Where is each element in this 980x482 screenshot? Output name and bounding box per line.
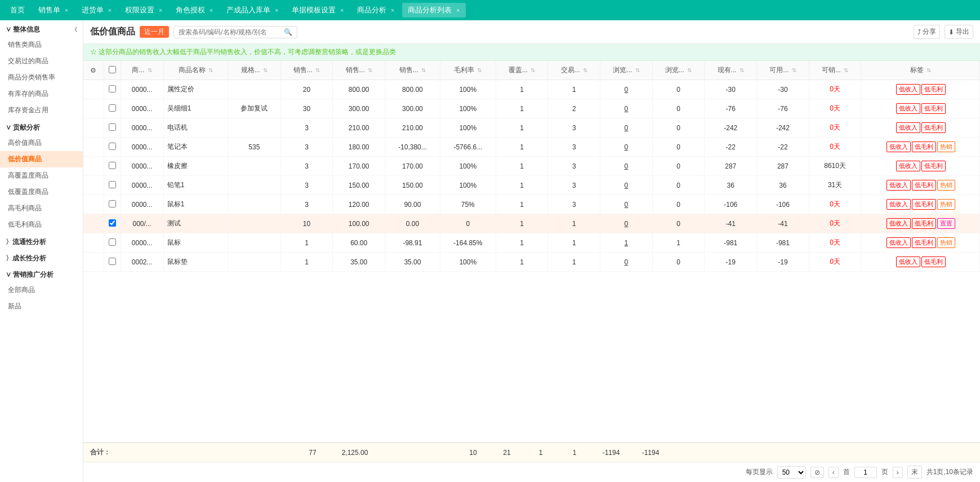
- col-spec-cell: [228, 80, 281, 99]
- nav-template-close[interactable]: ×: [340, 7, 344, 14]
- col-checkbox-cell[interactable]: [104, 138, 121, 157]
- browse1-link[interactable]: 0: [625, 86, 629, 94]
- first-page-btn[interactable]: ⊘: [810, 467, 824, 478]
- select-all-checkbox[interactable]: [109, 66, 116, 73]
- sidebar-item-all-products[interactable]: 全部商品: [0, 282, 83, 298]
- nav-permissions-close[interactable]: ×: [159, 7, 162, 14]
- browse1-link[interactable]: 0: [625, 143, 629, 151]
- col-settings[interactable]: ⚙: [83, 61, 104, 80]
- row-checkbox-0[interactable]: [109, 85, 116, 92]
- share-btn[interactable]: ⤴ 分享: [914, 25, 940, 39]
- nav-template[interactable]: 单据模板设置 ×: [286, 3, 349, 17]
- col-browse1-cell[interactable]: 0: [600, 138, 653, 157]
- filter-period-btn[interactable]: 近一月: [140, 26, 169, 38]
- per-page-select[interactable]: 50 100 200: [777, 466, 806, 479]
- nav-stock-in-close[interactable]: ×: [275, 7, 278, 14]
- browse1-link[interactable]: 0: [625, 201, 629, 209]
- browse1-link[interactable]: 0: [625, 258, 629, 266]
- sidebar-item-new-products[interactable]: 新品: [0, 298, 83, 315]
- col-checkbox-cell[interactable]: [104, 233, 121, 253]
- nav-stock-in[interactable]: 产成品入库单 ×: [221, 3, 284, 17]
- sidebar-item-sales-products[interactable]: 销售类商品: [0, 37, 83, 53]
- browse1-link[interactable]: 0: [625, 162, 629, 170]
- export-btn[interactable]: ⬇ 导出: [945, 25, 973, 39]
- col-checkbox-cell[interactable]: [104, 157, 121, 176]
- notice-icon: ☆: [90, 48, 97, 56]
- sidebar-item-high-margin[interactable]: 高毛利商品: [0, 200, 83, 216]
- row-checkbox-6[interactable]: [109, 200, 116, 207]
- row-checkbox-2[interactable]: [109, 123, 116, 131]
- nav-sales[interactable]: 销售单 ×: [33, 3, 74, 17]
- sidebar-group-marketing[interactable]: ∨ 营销推广分析: [0, 266, 83, 282]
- sidebar-item-low-value[interactable]: 低价值商品: [0, 151, 83, 167]
- col-browse1-cell[interactable]: 0: [600, 99, 653, 118]
- sidebar-group-contribution[interactable]: ∨ 贡献分析: [0, 118, 83, 135]
- sidebar-group-growth[interactable]: 〉成长性分析: [0, 249, 83, 266]
- nav-product-analysis[interactable]: 商品分析 ×: [351, 3, 400, 17]
- browse1-link[interactable]: 0: [625, 124, 629, 132]
- row-checkbox-5[interactable]: [109, 181, 116, 188]
- nav-product-analysis-list-close[interactable]: ×: [456, 7, 460, 14]
- row-checkbox-1[interactable]: [109, 104, 116, 112]
- sidebar-group-marketing-label: ∨ 营销推广分析: [6, 270, 54, 280]
- nav-purchase-close[interactable]: ×: [108, 7, 112, 14]
- nav-purchase[interactable]: 进货单 ×: [76, 3, 117, 17]
- page-input[interactable]: [854, 467, 877, 478]
- row-checkbox-9[interactable]: [109, 258, 116, 265]
- search-icon[interactable]: 🔍: [284, 28, 292, 36]
- col-browse1-cell[interactable]: 0: [600, 253, 653, 272]
- nav-sales-close[interactable]: ×: [65, 7, 68, 14]
- header-actions: ⤴ 分享 ⬇ 导出: [914, 25, 973, 39]
- nav-roles[interactable]: 角色授权 ×: [170, 3, 219, 17]
- col-checkbox-cell[interactable]: [104, 195, 121, 214]
- col-browse2-cell: 0: [652, 214, 705, 233]
- col-coverage-cell: 1: [496, 157, 548, 176]
- col-browse1-cell[interactable]: 0: [600, 195, 653, 214]
- col-browse1-cell[interactable]: 0: [600, 80, 653, 99]
- tag-badge: 低收入: [887, 237, 911, 248]
- row-checkbox-3[interactable]: [109, 143, 116, 150]
- col-browse1-cell[interactable]: 0: [600, 214, 653, 233]
- last-page-btn[interactable]: 末: [907, 466, 922, 479]
- col-browse1-cell[interactable]: 1: [600, 233, 653, 253]
- col-sales1-cell: 100.00: [333, 214, 385, 233]
- row-checkbox-8[interactable]: [109, 238, 116, 246]
- browse1-link[interactable]: 0: [625, 220, 629, 228]
- sidebar-item-high-coverage[interactable]: 高覆盖度商品: [0, 167, 83, 184]
- sidebar-item-low-coverage[interactable]: 低覆盖度商品: [0, 184, 83, 200]
- sidebar-item-traded-products[interactable]: 交易过的商品: [0, 53, 83, 69]
- sidebar-group-flow[interactable]: 〉流通性分析: [0, 233, 83, 249]
- col-checkbox-cell[interactable]: [104, 176, 121, 195]
- nav-home[interactable]: 首页: [5, 3, 30, 17]
- col-checkbox-cell[interactable]: [104, 253, 121, 272]
- col-checkbox-cell[interactable]: [104, 80, 121, 99]
- row-checkbox-4[interactable]: [109, 162, 116, 169]
- sidebar-item-category-sales-rate[interactable]: 商品分类销售率: [0, 69, 83, 86]
- nav-product-analysis-close[interactable]: ×: [391, 7, 394, 14]
- sidebar-group-overall[interactable]: ∨ 整体信息 《: [0, 20, 83, 37]
- browse1-link[interactable]: 1: [625, 239, 629, 247]
- search-input[interactable]: [173, 26, 297, 38]
- col-checkbox[interactable]: [104, 61, 121, 80]
- col-browse1-cell[interactable]: 0: [600, 176, 653, 195]
- next-page-btn[interactable]: ›: [893, 467, 903, 478]
- col-checkbox-cell[interactable]: [104, 214, 121, 233]
- nav-permissions[interactable]: 权限设置 ×: [119, 3, 168, 17]
- col-available-stock-cell: -41: [757, 214, 809, 233]
- col-browse1-cell[interactable]: 0: [600, 118, 653, 138]
- sidebar-item-high-value[interactable]: 高价值商品: [0, 135, 83, 151]
- col-checkbox-cell[interactable]: [104, 99, 121, 118]
- nav-roles-close[interactable]: ×: [210, 7, 213, 14]
- prev-page-btn[interactable]: ‹: [828, 467, 839, 478]
- sidebar-item-inventory-capital[interactable]: 库存资金占用: [0, 102, 83, 118]
- row-checkbox-7[interactable]: [109, 219, 116, 227]
- nav-product-analysis-list[interactable]: 商品分析列表 ×: [402, 3, 465, 17]
- browse1-link[interactable]: 0: [625, 105, 629, 113]
- sidebar-item-stock-products[interactable]: 有库存的商品: [0, 86, 83, 102]
- browse1-link[interactable]: 0: [625, 182, 629, 189]
- col-checkbox-cell[interactable]: [104, 118, 121, 138]
- notice-bar: ☆ 这部分商品的销售收入大幅低于商品平均销售收入，价值不高，可考虑调整营销策略，…: [83, 44, 980, 61]
- col-browse1-cell[interactable]: 0: [600, 157, 653, 176]
- sidebar-item-low-margin[interactable]: 低毛利商品: [0, 216, 83, 233]
- col-sales-amount1: 销售... ⇅: [333, 61, 385, 80]
